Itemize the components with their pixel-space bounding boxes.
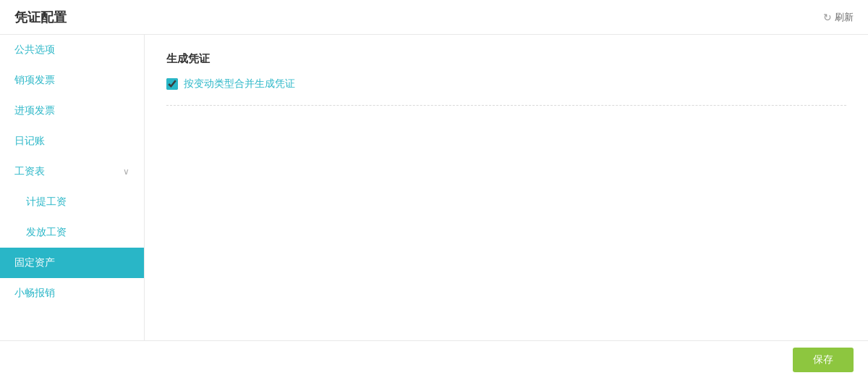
page-footer: 保存 <box>0 340 868 378</box>
sidebar-item-6[interactable]: 发放工资 <box>0 217 144 248</box>
save-button[interactable]: 保存 <box>793 348 854 372</box>
merge-checkbox[interactable] <box>166 78 178 90</box>
sidebar-item-label-6: 发放工资 <box>26 226 67 239</box>
sidebar-item-0[interactable]: 公共选项 <box>0 35 144 65</box>
page-title: 凭证配置 <box>14 9 67 26</box>
sidebar-item-label-2: 进项发票 <box>14 104 55 117</box>
sidebar-item-label-1: 销项发票 <box>14 74 55 87</box>
section-title: 生成凭证 <box>166 52 846 66</box>
chevron-down-icon: ∨ <box>123 167 129 177</box>
checkbox-label[interactable]: 按变动类型合并生成凭证 <box>184 77 295 91</box>
sidebar-item-7[interactable]: 固定资产 <box>0 248 144 278</box>
main-layout: 公共选项销项发票进项发票日记账工资表∨计提工资发放工资固定资产小畅报销 生成凭证… <box>0 35 868 340</box>
section-divider <box>166 105 846 106</box>
content-area: 生成凭证 按变动类型合并生成凭证 <box>145 35 868 340</box>
sidebar: 公共选项销项发票进项发票日记账工资表∨计提工资发放工资固定资产小畅报销 <box>0 35 145 340</box>
sidebar-item-label-0: 公共选项 <box>14 43 55 56</box>
sidebar-item-5[interactable]: 计提工资 <box>0 187 144 217</box>
sidebar-item-label-4: 工资表 <box>14 165 45 178</box>
sidebar-item-3[interactable]: 日记账 <box>0 126 144 156</box>
sidebar-item-label-3: 日记账 <box>14 135 45 148</box>
sidebar-item-1[interactable]: 销项发票 <box>0 65 144 96</box>
sidebar-item-2[interactable]: 进项发票 <box>0 96 144 126</box>
sidebar-item-label-7: 固定资产 <box>14 256 55 269</box>
sidebar-item-label-5: 计提工资 <box>26 196 67 209</box>
sidebar-item-8[interactable]: 小畅报销 <box>0 278 144 308</box>
page-header: 凭证配置 ↻ 刷新 <box>0 0 868 35</box>
refresh-icon: ↻ <box>823 12 832 23</box>
checkbox-row: 按变动类型合并生成凭证 <box>166 77 846 91</box>
refresh-button[interactable]: ↻ 刷新 <box>823 11 854 24</box>
sidebar-item-4[interactable]: 工资表∨ <box>0 156 144 187</box>
sidebar-item-label-8: 小畅报销 <box>14 287 55 300</box>
refresh-label: 刷新 <box>835 11 854 24</box>
